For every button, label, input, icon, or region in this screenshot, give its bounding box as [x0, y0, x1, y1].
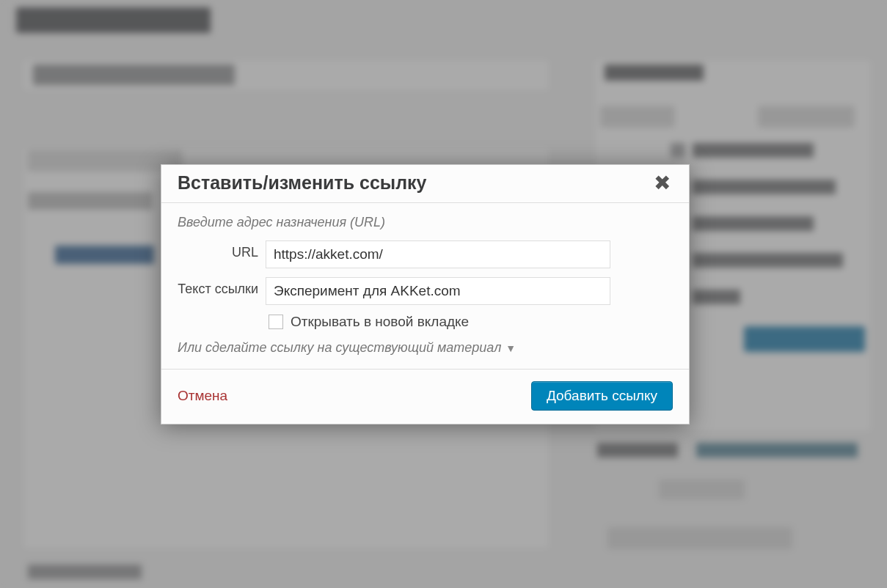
link-text-row: Текст ссылки	[178, 277, 673, 305]
add-link-button[interactable]: Добавить ссылку	[531, 381, 673, 411]
new-tab-label[interactable]: Открывать в новой вкладке	[291, 314, 469, 330]
close-icon[interactable]: ✖	[651, 173, 673, 194]
existing-content-label: Или сделайте ссылку на существующий мате…	[178, 340, 501, 356]
new-tab-checkbox[interactable]	[269, 315, 283, 329]
dialog-title: Вставить/изменить ссылку	[178, 172, 426, 194]
dialog-body: Введите адрес назначения (URL) URL Текст…	[161, 203, 689, 369]
new-tab-row: Открывать в новой вкладке	[269, 314, 673, 330]
url-label: URL	[178, 240, 266, 261]
link-text-input[interactable]	[266, 277, 610, 305]
cancel-button[interactable]: Отмена	[178, 388, 227, 404]
dialog-header: Вставить/изменить ссылку ✖	[161, 165, 689, 203]
existing-content-toggle[interactable]: Или сделайте ссылку на существующий мате…	[178, 340, 516, 356]
url-input[interactable]	[266, 240, 610, 268]
chevron-down-icon: ▼	[505, 342, 516, 354]
link-text-label: Текст ссылки	[178, 277, 266, 298]
url-row: URL	[178, 240, 673, 268]
url-hint: Введите адрес назначения (URL)	[178, 215, 673, 230]
insert-link-dialog: Вставить/изменить ссылку ✖ Введите адрес…	[161, 164, 690, 425]
dialog-footer: Отмена Добавить ссылку	[161, 369, 689, 424]
